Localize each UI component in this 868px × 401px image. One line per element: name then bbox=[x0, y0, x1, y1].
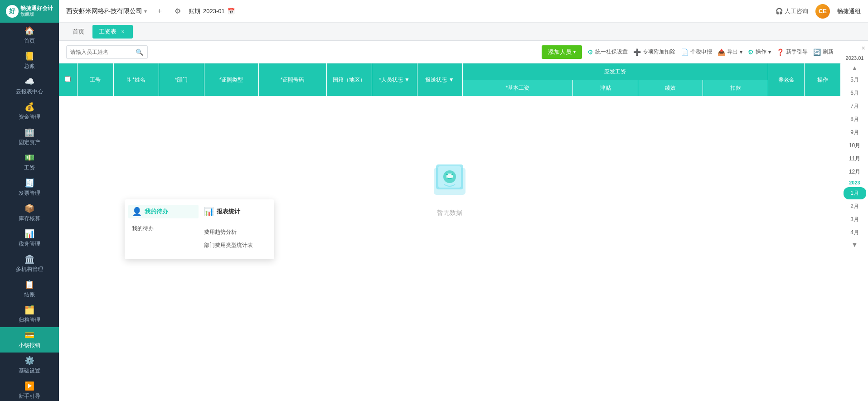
tab-home[interactable]: 首页 bbox=[66, 25, 91, 39]
th-status: *人员状态 ▼ bbox=[372, 63, 417, 96]
logo-icon: 好 bbox=[6, 5, 19, 18]
sidebar-item-tax[interactable]: 📊 税务管理 bbox=[0, 226, 59, 251]
user-avatar[interactable]: CE bbox=[815, 4, 830, 19]
guide-action[interactable]: ❓ 新手引导 bbox=[776, 48, 808, 56]
add-person-button[interactable]: 添加人员 ▾ bbox=[542, 45, 582, 59]
th-bonus: 绩效 bbox=[638, 80, 703, 96]
sidebar-item-invoice[interactable]: 🧾 发票管理 bbox=[0, 175, 59, 200]
topbar-right: 🎧 人工咨询 CE 畅捷通组 bbox=[776, 4, 861, 19]
sidebar-item-label: 首页 bbox=[24, 37, 35, 45]
sidebar-item-label: 小畅报销 bbox=[19, 342, 40, 349]
sidebar-item-label: 多机构管理 bbox=[16, 266, 43, 273]
calendar-icon[interactable]: 📅 bbox=[228, 8, 235, 14]
th-deduct: 扣款 bbox=[703, 80, 768, 96]
assets-icon: 🏢 bbox=[24, 127, 34, 137]
cal-month-5[interactable]: 5月 bbox=[844, 74, 866, 86]
cal-month-6[interactable]: 6月 bbox=[844, 87, 866, 99]
tax-icon: 📊 bbox=[24, 229, 34, 239]
cal-month-4[interactable]: 4月 bbox=[844, 227, 866, 239]
sidebar-item-ledger[interactable]: 📒 总账 bbox=[0, 48, 59, 73]
sidebar-item-finance[interactable]: 💰 资金管理 bbox=[0, 99, 59, 124]
popup-item-dept-cost[interactable]: 部门费用类型统计表 bbox=[204, 239, 267, 252]
company-selector[interactable]: 西安虾米网络科技有限公司 ▾ bbox=[66, 7, 147, 15]
add-company-button[interactable]: ＋ bbox=[153, 5, 166, 18]
sidebar-item-label: 工资 bbox=[24, 164, 35, 172]
th-subsidy: 津贴 bbox=[573, 80, 638, 96]
sidebar-item-stock[interactable]: 📦 库存核算 bbox=[0, 200, 59, 226]
cal-month-11[interactable]: 11月 bbox=[844, 153, 866, 165]
topbar: 西安虾米网络科技有限公司 ▾ ＋ ⚙ 账期 2023-01 📅 🎧 人工咨询 C… bbox=[59, 0, 868, 23]
cal-month-12[interactable]: 12月 bbox=[844, 166, 866, 178]
finance-icon: 💰 bbox=[24, 102, 34, 112]
svg-point-6 bbox=[451, 174, 453, 175]
settings-button[interactable]: ⚙ bbox=[171, 5, 184, 18]
refresh-action[interactable]: 🔄 刷新 bbox=[813, 48, 834, 56]
operate-action[interactable]: ⚙ 操作 ▾ bbox=[748, 48, 771, 56]
popup-col-todo: 👤 我的待办 我的待办 bbox=[132, 207, 195, 252]
svg-point-5 bbox=[446, 174, 448, 175]
sidebar-nav: 🏠 首页 📒 总账 ☁️ 云报表中心 💰 资金管理 🏢 固定资产 💵 工资 🧾 … bbox=[0, 23, 59, 401]
export-action[interactable]: 📤 导出 ▾ bbox=[718, 48, 742, 56]
cal-month-2[interactable]: 2月 bbox=[844, 200, 866, 213]
special-label: 专项附加扣除 bbox=[643, 48, 675, 56]
support-link[interactable]: 🎧 人工咨询 bbox=[776, 7, 808, 15]
tax-report-action[interactable]: 📄 个税申报 bbox=[681, 48, 712, 56]
toolbar-right: 添加人员 ▾ ⚙ 统一社保设置 ➕ 专项附加扣除 📄 个税申报 bbox=[542, 45, 834, 59]
cal-month-7[interactable]: 7月 bbox=[844, 100, 866, 112]
sidebar-item-archive[interactable]: 🗂️ 归档管理 bbox=[0, 302, 59, 327]
salary-toolbar: 🔍 添加人员 ▾ ⚙ 统一社保设置 ➕ 专项附加扣除 bbox=[59, 41, 841, 63]
sidebar-item-label: 云报表中心 bbox=[16, 88, 43, 96]
cal-month-10[interactable]: 10月 bbox=[844, 140, 866, 152]
app-sub: 旗舰版 bbox=[20, 11, 53, 18]
username[interactable]: 畅捷通组 bbox=[837, 7, 861, 15]
th-report: 报送状态 ▼ bbox=[417, 63, 462, 96]
sidebar-item-label: 资金管理 bbox=[19, 113, 40, 121]
sidebar-item-base[interactable]: ⚙️ 基础设置 bbox=[0, 353, 59, 378]
tab-close-icon[interactable]: × bbox=[119, 28, 126, 35]
social-security-action[interactable]: ⚙ 统一社保设置 bbox=[587, 48, 628, 56]
cal-prev-button[interactable]: ▲ bbox=[849, 63, 860, 73]
th-checkbox[interactable] bbox=[59, 63, 77, 96]
select-all-checkbox[interactable] bbox=[65, 76, 71, 82]
popup-item-todo[interactable]: 我的待办 bbox=[132, 222, 195, 235]
cal-next-button[interactable]: ▼ bbox=[849, 239, 860, 250]
expense-icon: 💳 bbox=[24, 330, 34, 340]
sidebar-item-closing[interactable]: 📋 结账 bbox=[0, 276, 59, 302]
th-number: 工号 bbox=[77, 63, 113, 96]
sidebar-item-multi[interactable]: 🏛️ 多机构管理 bbox=[0, 251, 59, 276]
export-chevron: ▾ bbox=[740, 49, 742, 55]
period-display: 账期 2023-01 📅 bbox=[189, 7, 235, 15]
sidebar-item-home[interactable]: 🏠 首页 bbox=[0, 23, 59, 48]
report-filter-icon[interactable]: ▼ bbox=[449, 77, 454, 83]
period-value: 2023-01 bbox=[203, 8, 225, 14]
search-input[interactable] bbox=[70, 49, 134, 55]
todo-title-label: 我的待办 bbox=[145, 208, 168, 216]
cal-year-label: 2023 bbox=[849, 179, 860, 187]
invoice-icon: 🧾 bbox=[24, 178, 34, 188]
popup-col-report-title: 📊 报表统计 bbox=[204, 207, 267, 220]
status-filter-icon[interactable]: ▼ bbox=[404, 77, 410, 83]
sidebar-item-guide[interactable]: ▶️ 新手引导 bbox=[0, 378, 59, 401]
tax-report-label: 个税申报 bbox=[690, 48, 712, 56]
todo-col-icon: 👤 bbox=[132, 207, 142, 217]
sidebar-item-salary[interactable]: 💵 工资 bbox=[0, 150, 59, 175]
cal-month-9[interactable]: 9月 bbox=[844, 126, 866, 139]
popup-item-cost-trend[interactable]: 费用趋势分析 bbox=[204, 226, 267, 239]
close-panel-button[interactable]: × bbox=[862, 44, 865, 52]
operate-icon: ⚙ bbox=[748, 48, 754, 56]
sidebar-item-cloud[interactable]: ☁️ 云报表中心 bbox=[0, 73, 59, 99]
sidebar-item-expense[interactable]: 💳 小畅报销 bbox=[0, 327, 59, 353]
tab-salary[interactable]: 工资表 × bbox=[92, 25, 133, 39]
sidebar-item-label: 基础设置 bbox=[19, 367, 40, 375]
sidebar-item-assets[interactable]: 🏢 固定资产 bbox=[0, 124, 59, 150]
cal-month-8[interactable]: 8月 bbox=[844, 113, 866, 126]
sidebar-item-label: 税务管理 bbox=[19, 240, 40, 248]
popup-col-report: 📊 报表统计 费用趋势分析 部门费用类型统计表 bbox=[204, 207, 267, 252]
cal-month-3[interactable]: 3月 bbox=[844, 213, 866, 226]
special-deduction-action[interactable]: ➕ 专项附加扣除 bbox=[633, 48, 675, 56]
closing-icon: 📋 bbox=[24, 280, 34, 290]
base-icon: ⚙️ bbox=[24, 356, 34, 366]
multi-icon: 🏛️ bbox=[24, 254, 34, 264]
cal-month-1-active[interactable]: 1月 bbox=[844, 187, 866, 199]
sidebar-item-label: 总账 bbox=[24, 63, 35, 70]
